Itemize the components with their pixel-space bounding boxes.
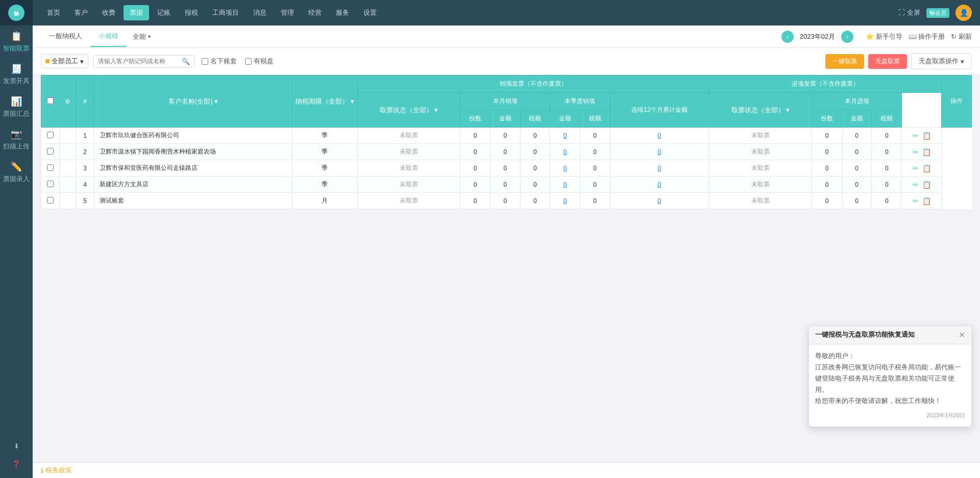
row-s-month-tax: 0 [520, 128, 550, 144]
row-name: 测试账套 [94, 193, 292, 209]
row-checkbox[interactable] [47, 148, 54, 155]
row-edit-button[interactable]: ✏ [913, 197, 919, 205]
row-detail-button[interactable]: 📋 [922, 181, 931, 189]
col-name-header[interactable]: 客户名称(全部) ▾ [94, 76, 292, 128]
sidebar-item-entry[interactable]: ✏️ 票据录入 [0, 156, 33, 189]
sales-status-filter-icon: ▾ [434, 106, 438, 114]
row-p-month-tax: 0 [872, 160, 902, 177]
row-action-cell: ✏ 📋 [902, 177, 942, 193]
notification-body: 尊敬的用户： 江苏政务网已恢复访问电子税务局功能，易代账一键登陆电子税务局与无盘… [809, 344, 971, 426]
row-detail-button[interactable]: 📋 [922, 148, 931, 156]
nav-business[interactable]: 工商项目 [206, 5, 245, 20]
row-edit-button[interactable]: ✏ [913, 148, 919, 156]
nav-customer[interactable]: 客户 [68, 5, 94, 20]
nav-message[interactable]: 消息 [247, 5, 273, 20]
table-row: 3 卫辉市保和堂医药有限公司走辕路店 季 未取票 0 0 0 0 0 0 未取票… [41, 160, 972, 177]
row-edit-button[interactable]: ✏ [913, 181, 919, 189]
col-period-header[interactable]: 纳税期限（全部） ▾ [292, 76, 357, 128]
tab-all-capable[interactable]: 全能 ▾ [127, 27, 157, 46]
sidebar-item-issue[interactable]: 🧾 发票开具 [0, 58, 33, 91]
vip-badge[interactable]: 畅会员 [926, 8, 949, 18]
own-accounts-checkbox[interactable] [202, 58, 208, 65]
sidebar-logo[interactable]: 畅 [0, 0, 33, 26]
col-sales-status-header[interactable]: 取票状态（全部） ▾ [357, 93, 460, 128]
tab-general-taxpayer[interactable]: 一般纳税人 [41, 27, 90, 47]
row-checkbox-cell[interactable] [41, 144, 60, 160]
row-s-month-tax: 0 [520, 177, 550, 193]
user-avatar[interactable]: 👤 [955, 5, 972, 21]
row-checkbox[interactable] [47, 197, 54, 204]
select-all-checkbox[interactable] [47, 97, 54, 104]
row-s-quarter-amount: 0 [550, 144, 580, 160]
row-edit-button[interactable]: ✏ [913, 132, 919, 140]
row-checkbox-cell[interactable] [41, 177, 60, 193]
row-s-12month: 0 [610, 160, 709, 177]
col-purchase-status-header[interactable]: 取票状态（全部） ▾ [709, 93, 812, 128]
row-checkbox[interactable] [47, 164, 54, 171]
row-s-month-num: 0 [460, 144, 491, 160]
col-p-month-num: 份数 [812, 110, 842, 128]
manual-button[interactable]: 📖 操作手册 [909, 32, 945, 41]
has-tax-disk-label: 有税盘 [254, 57, 274, 66]
row-detail-button[interactable]: 📋 [922, 132, 931, 140]
notification-close-button[interactable]: ✕ [959, 330, 965, 340]
tab-small-scale[interactable]: 小规模 [90, 27, 127, 47]
own-accounts-label: 名下账套 [210, 57, 237, 66]
no-disk-ops-button[interactable]: 无盘取票操作 ▾ [911, 53, 972, 69]
toolbar-right-buttons: 一键取票 无盘取票 无盘取票操作 ▾ [825, 53, 972, 69]
one-click-fetch-button[interactable]: 一键取票 [825, 54, 864, 69]
refresh-button[interactable]: ↻ 刷新 [951, 32, 972, 41]
row-s-quarter-tax: 0 [580, 160, 610, 177]
nav-manage[interactable]: 管理 [275, 5, 300, 20]
row-checkbox-cell[interactable] [41, 128, 60, 144]
row-s-month-amount: 0 [491, 144, 521, 160]
sidebar-item-download[interactable]: ⬇ [0, 437, 33, 455]
col-settings-header[interactable]: ⚙ [60, 76, 76, 128]
row-checkbox[interactable] [47, 181, 54, 187]
sidebar-item-summary-label: 票据汇总 [3, 109, 30, 118]
col-quarterly-sales-header: 本季度销项 [550, 93, 610, 110]
filter-checkboxes: 名下账套 有税盘 [202, 57, 274, 66]
row-purchase-status: 未取票 [709, 144, 812, 160]
nav-settings[interactable]: 设置 [357, 5, 383, 20]
nav-operation[interactable]: 经营 [302, 5, 328, 20]
row-p-month-amount: 0 [842, 160, 872, 177]
nav-service[interactable]: 服务 [330, 5, 355, 20]
employee-filter[interactable]: 全部员工 ▾ [41, 54, 88, 68]
status-text[interactable]: 税务政策 [45, 466, 72, 475]
row-s-12month: 0 [610, 193, 709, 209]
row-detail-button[interactable]: 📋 [922, 164, 931, 172]
search-input[interactable] [98, 58, 180, 65]
nav-home[interactable]: 首页 [41, 5, 66, 20]
row-checkbox-cell[interactable] [41, 193, 60, 209]
search-icon[interactable]: 🔍 [182, 58, 190, 65]
row-p-month-tax: 0 [872, 128, 902, 144]
sidebar-item-help[interactable]: ❓ [0, 455, 33, 473]
sidebar-item-smart-fetch[interactable]: 📋 智能取票 [0, 26, 33, 58]
nav-billing[interactable]: 收费 [96, 5, 121, 20]
col-checkbox-header[interactable] [41, 76, 60, 128]
checkbox-own-accounts[interactable]: 名下账套 [202, 57, 237, 66]
next-month-button[interactable]: › [841, 31, 853, 43]
row-checkbox-cell[interactable] [41, 160, 60, 177]
row-edit-button[interactable]: ✏ [913, 164, 919, 172]
nav-tax[interactable]: 报税 [179, 5, 204, 20]
sidebar-item-scan[interactable]: 📷 扫描上传 [0, 123, 33, 156]
notification-greeting: 尊敬的用户： [815, 350, 965, 362]
col-s-quarter-tax: 税额 [580, 110, 610, 128]
no-disk-fetch-button[interactable]: 无盘取票 [868, 54, 907, 69]
nav-invoice[interactable]: 票据 [124, 5, 149, 20]
prev-month-button[interactable]: ‹ [781, 31, 794, 43]
row-checkbox[interactable] [47, 132, 54, 138]
sidebar-item-summary[interactable]: 📊 票据汇总 [0, 91, 33, 123]
guide-button[interactable]: ⭐ 新手引导 [866, 32, 902, 41]
fullscreen-button[interactable]: ⛶ 全屏 [898, 8, 920, 17]
has-tax-disk-checkbox[interactable] [245, 58, 252, 65]
row-p-month-num: 0 [812, 128, 842, 144]
row-detail-button[interactable]: 📋 [922, 197, 931, 205]
nav-accounting[interactable]: 记账 [151, 5, 177, 20]
issue-icon: 🧾 [11, 63, 22, 74]
row-settings-cell [60, 128, 76, 144]
sidebar-bottom: ⬇ ❓ [0, 437, 33, 478]
checkbox-has-tax-disk[interactable]: 有税盘 [245, 57, 274, 66]
